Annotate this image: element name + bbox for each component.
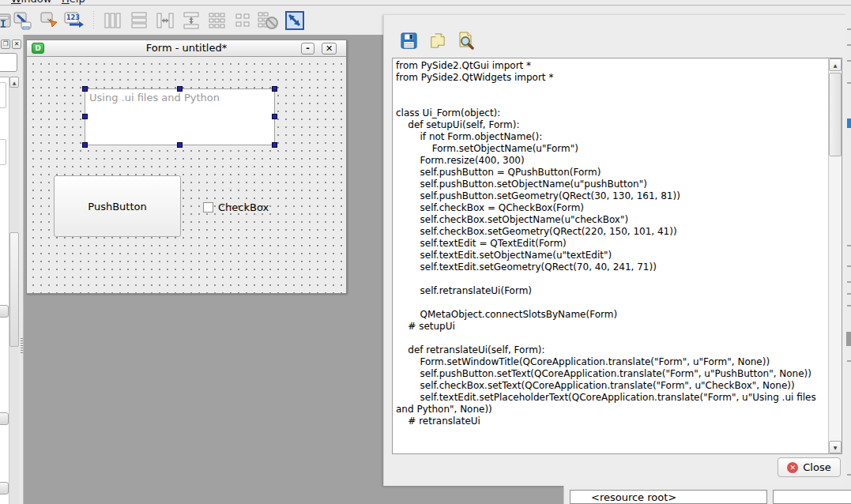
minimize-button[interactable]: - [301, 43, 314, 55]
layout-vertical-icon[interactable] [128, 9, 150, 32]
adjust-size-icon[interactable] [284, 9, 306, 32]
selection-handle-nw[interactable] [82, 86, 88, 92]
selection-handle-e[interactable] [272, 114, 277, 119]
menu-window[interactable]: Window [11, 0, 51, 5]
widget-filter-input[interactable] [0, 53, 17, 72]
dialog-toolbar [398, 30, 476, 51]
break-layout-icon[interactable] [257, 9, 279, 32]
find-icon[interactable] [455, 30, 476, 51]
form-window-titlebar[interactable]: D Form - untitled* - ✕ [27, 40, 346, 57]
copy-icon[interactable] [427, 30, 447, 51]
dock-float-icon[interactable]: ❐ [1, 39, 10, 49]
widget-box-category[interactable] [0, 412, 9, 425]
form-window-title: Form - untitled* [27, 42, 346, 54]
resource-detail-box[interactable] [773, 490, 851, 504]
selection-handle-w[interactable] [82, 114, 88, 119]
widget-box-item[interactable] [0, 82, 6, 108]
form-window: D Form - untitled* - ✕ Using .ui files a… [26, 39, 347, 294]
layout-form-icon[interactable] [232, 9, 254, 32]
textedit-placeholder: Using .ui files and Python [89, 92, 220, 103]
widget-box-dock: ❐ ✕ ▲ [0, 35, 24, 504]
widget-box-scrollbar[interactable]: ▲ [9, 77, 19, 504]
widget-box-category[interactable] [0, 305, 9, 318]
right-panel-edge [845, 14, 851, 486]
svg-text:123: 123 [66, 14, 80, 21]
menu-help[interactable]: Help [62, 0, 85, 5]
close-button-label: Close [803, 461, 830, 473]
close-icon: ✕ [787, 462, 798, 473]
qt-designer-screen: Window Help 123 [0, 0, 851, 504]
widget-box-list [0, 77, 9, 504]
scroll-up-icon[interactable]: ▲ [829, 58, 842, 71]
resource-browser: <resource root> [563, 486, 851, 504]
resource-root-label: <resource root> [591, 491, 676, 503]
edit-buddies-icon[interactable] [39, 9, 61, 32]
textedit-widget[interactable]: Using .ui files and Python [85, 88, 275, 145]
selection-handle-sw[interactable] [82, 142, 88, 148]
selection-handle-n[interactable] [177, 86, 183, 92]
selection-handle-ne[interactable] [272, 86, 277, 92]
save-icon[interactable] [398, 30, 419, 51]
selection-handle-s[interactable] [177, 142, 183, 148]
edit-tab-order-icon[interactable]: 123 [63, 9, 85, 32]
edit-signals-slots-icon[interactable] [12, 9, 34, 32]
scroll-up-icon[interactable]: ▲ [9, 77, 19, 88]
right-panel-selection-mark [847, 118, 851, 128]
layout-horizontal-icon[interactable] [102, 9, 124, 32]
resource-root-item[interactable]: <resource root> [570, 490, 767, 504]
pushbutton-widget[interactable]: PushButton [54, 175, 181, 237]
selection-handle-se[interactable] [272, 142, 277, 148]
layout-horizontal-splitter-icon[interactable] [154, 9, 176, 32]
checkbox-box[interactable] [203, 202, 213, 213]
dock-splitter-handle[interactable] [21, 338, 23, 354]
code-scrollbar[interactable]: ▲ ▼ [828, 58, 842, 453]
form-canvas[interactable]: Using .ui files and Python PushButton Ch… [28, 57, 345, 293]
close-button[interactable]: ✕ Close [778, 457, 841, 477]
toolbar-separator [93, 11, 95, 30]
code-preview-dialog: from PySide2.QtGui import * from PySide2… [383, 14, 845, 486]
code-view[interactable]: from PySide2.QtGui import * from PySide2… [392, 58, 842, 454]
checkbox-label: CheckBox [218, 201, 269, 213]
scrollbar-thumb[interactable] [829, 73, 842, 156]
menu-bar: Window Help [0, 0, 851, 6]
dock-close-icon[interactable]: ✕ [12, 39, 21, 49]
layout-grid-icon[interactable] [206, 9, 228, 32]
code-text: from PySide2.QtGui import * from PySide2… [396, 60, 825, 452]
checkbox-widget[interactable]: CheckBox [203, 201, 269, 213]
layout-vertical-splitter-icon[interactable] [180, 9, 202, 32]
scrollbar-thumb[interactable] [9, 232, 19, 347]
scroll-down-icon[interactable]: ▼ [829, 441, 842, 453]
widget-box-item[interactable] [0, 139, 6, 165]
main-toolbar: 123 [0, 6, 383, 35]
widget-box-category[interactable] [0, 482, 9, 495]
close-window-button[interactable]: ✕ [322, 43, 337, 55]
